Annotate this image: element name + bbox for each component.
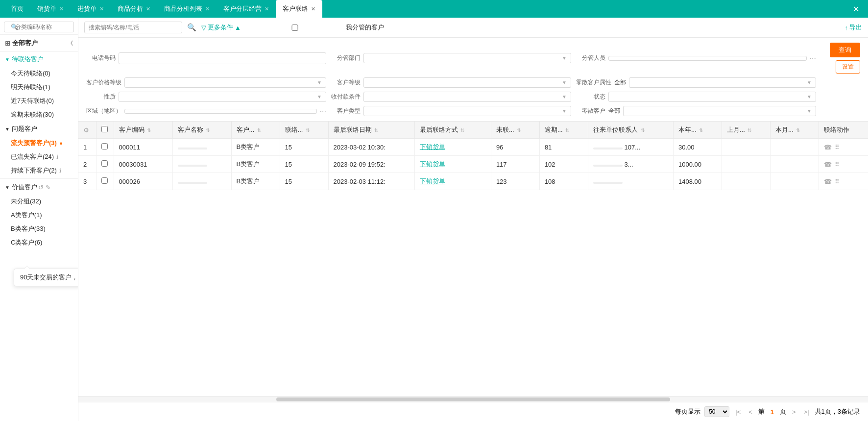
- sidebar-all-customers[interactable]: ⊞ 全部客户 《: [0, 35, 78, 52]
- sidebar-item-today[interactable]: 今天待联络(0): [0, 67, 78, 80]
- sort-method-icon[interactable]: ⇅: [460, 127, 464, 133]
- th-last-method: 最后联络方式 ⇅: [414, 122, 491, 139]
- person-select[interactable]: [608, 56, 807, 61]
- export-label: 导出: [849, 23, 862, 32]
- tab-customer-contact-close[interactable]: ✕: [311, 6, 315, 12]
- row2-contact-icon[interactable]: ☎: [824, 161, 832, 168]
- my-customers-checkbox-label[interactable]: 我分管的客户: [246, 23, 384, 32]
- sort-contact-icon[interactable]: ⇅: [306, 127, 310, 133]
- query-btn[interactable]: 查询: [830, 43, 860, 57]
- row3-more-icon[interactable]: ⠿: [835, 178, 840, 185]
- zero-attr-select[interactable]: ▼: [629, 77, 816, 88]
- phone-input[interactable]: [119, 52, 326, 64]
- region-more-btn[interactable]: ···: [320, 107, 326, 116]
- top-tabbar: 首页 销货单 ✕ 进货单 ✕ 商品分析 ✕ 商品分析列表 ✕ 客户分层经营 ✕ …: [0, 0, 868, 18]
- tab-analysis-list-close[interactable]: ✕: [205, 6, 210, 12]
- sort-uncontact-icon[interactable]: ⇅: [517, 127, 521, 133]
- row1-select[interactable]: [101, 143, 108, 149]
- sort-type-icon[interactable]: ⇅: [257, 127, 261, 133]
- settings-btn[interactable]: 设置: [836, 60, 860, 74]
- tab-home[interactable]: 首页: [4, 0, 30, 18]
- group-value-label: 价值客户: [12, 183, 37, 192]
- first-page-btn[interactable]: |<: [733, 407, 743, 417]
- sidebar-item-declining[interactable]: 持续下滑客户(2) ℹ: [0, 164, 78, 177]
- payment-arrow: ▼: [562, 94, 567, 99]
- row3-method-link[interactable]: 下销货单: [420, 177, 445, 185]
- tab-customer-segment-close[interactable]: ✕: [265, 6, 269, 12]
- sidebar-item-ungroup[interactable]: 未分组(32): [0, 195, 78, 208]
- tab-purchase-close[interactable]: ✕: [99, 6, 104, 12]
- row1-method-link[interactable]: 下销货单: [420, 143, 445, 150]
- row1-contact-icon[interactable]: ☎: [824, 144, 832, 151]
- sidebar-group-value[interactable]: ▼ 价值客户 ↺ ✎: [0, 180, 78, 195]
- dept-select[interactable]: ▼: [363, 53, 571, 63]
- row3-person-blurred: [593, 182, 623, 184]
- tab-purchase[interactable]: 进货单 ✕: [71, 0, 111, 18]
- status-arrow: ▼: [807, 94, 812, 99]
- sidebar-item-overdue[interactable]: 逾期未联络(30): [0, 108, 78, 122]
- price-level-select[interactable]: ▼: [124, 77, 326, 88]
- filter-search-btn[interactable]: 🔍: [187, 23, 196, 32]
- row3-action-icons: ☎ ⠿: [824, 178, 863, 185]
- sort-overdue-icon[interactable]: ⇅: [565, 127, 569, 133]
- sort-date-icon[interactable]: ⇅: [374, 127, 378, 133]
- prev-page-btn[interactable]: <: [747, 407, 754, 417]
- scroll-thumb[interactable]: [276, 397, 670, 401]
- search-input[interactable]: [84, 22, 182, 33]
- last-page-btn[interactable]: >|: [802, 407, 811, 417]
- row3-contact-icon[interactable]: ☎: [824, 178, 832, 185]
- region-select[interactable]: [124, 109, 317, 114]
- sidebar-item-c-class[interactable]: C类客户(6): [0, 236, 78, 249]
- my-customers-checkbox[interactable]: [246, 25, 344, 31]
- sidebar-item-7days[interactable]: 近7天待联络(0): [0, 94, 78, 108]
- row3-select[interactable]: [101, 177, 108, 184]
- sidebar-search-input[interactable]: [4, 22, 74, 32]
- row2-more-icon[interactable]: ⠿: [835, 161, 840, 168]
- sidebar-item-churn-warn[interactable]: 流失预警客户(3) ●: [0, 136, 78, 150]
- row2-select[interactable]: [101, 160, 108, 167]
- filter-field-customer-type: 客户类型 ▼: [331, 106, 571, 116]
- window-close-btn[interactable]: ✕: [848, 4, 864, 14]
- tab-analysis[interactable]: 商品分析 ✕: [111, 0, 157, 18]
- status-select[interactable]: ▼: [608, 92, 816, 102]
- sort-code-icon[interactable]: ⇅: [147, 127, 151, 133]
- tab-analysis-list[interactable]: 商品分析列表 ✕: [157, 0, 217, 18]
- next-page-btn[interactable]: >: [790, 407, 798, 417]
- select-all-checkbox[interactable]: [101, 126, 108, 132]
- row3-type: B类客户: [231, 173, 280, 190]
- edit-icon[interactable]: ✎: [46, 184, 51, 191]
- gear-icon[interactable]: ⚙: [83, 126, 89, 134]
- zero-customer-select[interactable]: ▼: [623, 106, 816, 116]
- tab-sales[interactable]: 销货单 ✕: [30, 0, 71, 18]
- payment-select[interactable]: ▼: [363, 92, 571, 102]
- price-level-label: 客户价格等级: [86, 78, 121, 87]
- tab-sales-close[interactable]: ✕: [59, 6, 64, 12]
- sort-name-icon[interactable]: ⇅: [206, 127, 210, 133]
- row1-uncontact: 96: [491, 139, 539, 156]
- tab-analysis-close[interactable]: ✕: [146, 6, 150, 12]
- sort-year-icon[interactable]: ⇅: [699, 127, 703, 133]
- sort-lastmonth-icon[interactable]: ⇅: [747, 127, 751, 133]
- filter-more-btn[interactable]: ▽ 更多条件 ▲: [201, 23, 241, 32]
- row2-method-link[interactable]: 下销货单: [420, 160, 445, 168]
- tab-customer-contact[interactable]: 客户联络 ✕: [276, 0, 322, 18]
- tab-customer-segment[interactable]: 客户分层经营 ✕: [217, 0, 276, 18]
- region-label: 区域（地区）: [86, 107, 121, 115]
- person-more-btn[interactable]: ···: [810, 54, 816, 63]
- refresh-icon[interactable]: ↺: [38, 184, 44, 191]
- gender-select[interactable]: ▼: [119, 92, 326, 102]
- sidebar-item-a-class[interactable]: A类客户(1): [0, 208, 78, 222]
- row1-more-icon[interactable]: ⠿: [835, 144, 840, 151]
- export-btn[interactable]: ↑ 导出: [845, 23, 863, 32]
- customer-type-select[interactable]: ▼: [363, 106, 571, 116]
- sidebar-group-pending[interactable]: ▼ 待联络客户: [0, 52, 78, 67]
- sort-person-icon[interactable]: ⇅: [641, 127, 645, 133]
- sidebar-item-b-class[interactable]: B类客户(33): [0, 222, 78, 236]
- sidebar-item-tomorrow[interactable]: 明天待联络(1): [0, 80, 78, 94]
- per-page-select[interactable]: 50 20 100: [704, 406, 729, 417]
- sidebar-item-churned[interactable]: 已流失客户(24) ℹ: [0, 150, 78, 164]
- sort-thismonth-icon[interactable]: ⇅: [796, 127, 800, 133]
- scroll-indicator[interactable]: [78, 396, 868, 402]
- sidebar-group-problem[interactable]: ▼ 问题客户: [0, 122, 78, 136]
- level-select[interactable]: ▼: [363, 77, 571, 88]
